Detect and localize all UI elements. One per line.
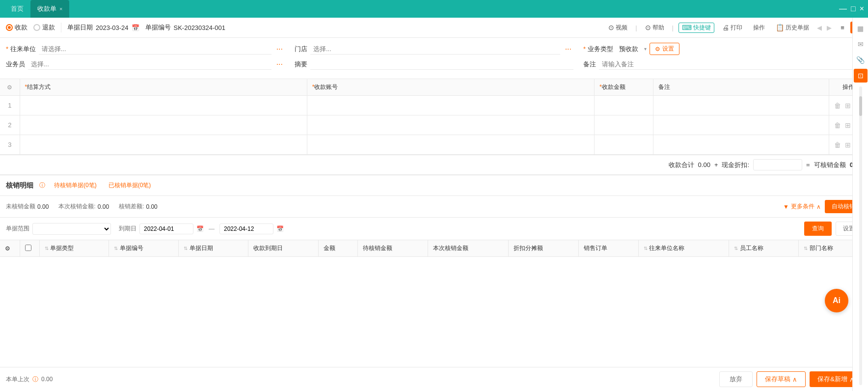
cell-amount-3[interactable] [595,135,653,155]
sidebar-email-icon[interactable]: ✉ [854,37,868,51]
staff-more-btn[interactable]: ··· [274,60,285,69]
minimize-button[interactable]: — [839,4,847,13]
cell-note-3[interactable] [653,135,829,155]
cell-settlement-3[interactable] [20,135,307,155]
delete-icon-1[interactable]: 🗑 [834,102,841,110]
summary-field: 摘要 [295,59,573,70]
close-button[interactable]: × [860,4,864,13]
history-label: 历史单据 [786,24,809,32]
th-bill-num: ⇅ 单据编号 [109,240,179,257]
list-view-btn[interactable]: ≡ [837,22,848,33]
tab-home[interactable]: 首页 [4,0,30,18]
cell-note-1[interactable] [653,96,829,115]
filter-row: 单据范围 到期日 📅 — 📅 查询 设置 [0,218,868,240]
note-input[interactable] [599,59,862,70]
copy-icon-2[interactable]: ⊞ [845,121,851,129]
verify-info-icon[interactable]: ⓘ [39,181,45,190]
counterpart-input[interactable] [39,44,271,55]
calendar-icon[interactable]: 📅 [132,24,139,31]
table-settings-th[interactable]: ⚙ [0,79,20,96]
th-gear[interactable]: ⚙ [0,240,20,257]
sidebar-attachment-icon[interactable]: 📎 [854,53,868,67]
copy-icon-1[interactable]: ⊞ [845,102,851,110]
more-conditions-btn[interactable]: ▼ 更多条件 ∧ [783,202,821,211]
unchecked-value: 0.00 [37,203,49,210]
due-date-from-input[interactable] [139,223,193,234]
done-tab[interactable]: 已核销单据(0笔) [106,180,154,191]
shop-more-btn[interactable]: ··· [563,45,573,54]
bill-date-field: 单据日期 2023-03-24 📅 [67,23,139,32]
note-field: 备注 [583,59,862,70]
cell-settlement-2[interactable] [20,115,307,135]
counterpart-more-btn[interactable]: ··· [274,45,285,54]
print-btn[interactable]: 🖨 打印 [719,23,745,33]
shop-input[interactable] [310,44,560,55]
info-icon[interactable]: ⓘ [32,375,38,384]
discard-btn[interactable]: 放弃 [719,371,753,387]
help-btn[interactable]: ⊙ 帮助 [642,23,667,33]
delete-icon-3[interactable]: 🗑 [834,141,841,149]
query-btn[interactable]: 查询 [804,222,832,236]
copy-icon-3[interactable]: ⊞ [845,141,851,149]
discount-input[interactable] [753,159,802,170]
calendar-to-icon[interactable]: 📅 [276,225,284,232]
radio-receipt[interactable]: 收款 [6,23,27,32]
cell-account-1[interactable] [307,96,594,115]
row-num-2: 2 [0,115,20,135]
sidebar-table-icon[interactable]: ▦ [854,22,868,35]
operation-btn[interactable]: 操作 [750,23,768,33]
radio-receipt-circle [6,24,13,31]
scrollbar-thumb [859,96,862,116]
settings-btn[interactable]: ⚙ 设置 [650,43,679,55]
bill-range-select[interactable] [32,223,111,235]
row-num-1: 1 [0,96,20,115]
receipt-table-area: ⚙ *结算方式 *收款账号 *收款金额 备注 操作 [0,79,868,155]
select-all-checkbox[interactable] [25,245,31,251]
cell-note-2[interactable] [653,115,829,135]
history-btn[interactable]: 📋 历史单据 [773,23,812,33]
maximize-button[interactable]: □ [851,4,856,13]
cell-amount-1[interactable] [595,96,653,115]
video-btn[interactable]: ⊙ 视频 [605,23,630,33]
th-note: 备注 [653,79,829,96]
staff-input[interactable] [28,59,271,70]
shop-label: 门店 [295,45,307,54]
due-date-label: 到期日 [119,224,136,233]
operation-label: 操作 [753,24,765,32]
th-pending-amount: 待核销金额 [357,240,428,257]
sidebar-capture-icon[interactable]: ⊡ [854,69,868,83]
ai-badge[interactable]: Ai [825,289,848,312]
draft-btn[interactable]: 保存草稿 ∧ [757,371,806,387]
window-controls: — □ × [839,4,864,13]
verify-header: 核销明细 ⓘ 待核销单据(0笔) 已核销单据(0笔) [0,175,868,196]
pending-tab[interactable]: 待核销单据(0笔) [51,180,100,191]
verify-stats: 未核销金额 0.00 本次核销金额: 0.00 核销差额: 0.00 ▼ 更多条… [0,196,868,218]
cell-account-2[interactable] [307,115,594,135]
calendar-from-icon[interactable]: 📅 [196,225,204,232]
cell-amount-2[interactable] [595,115,653,135]
counterpart-label: 往来单位 [6,45,36,54]
cell-settlement-1[interactable] [20,96,307,115]
cell-account-3[interactable] [307,135,594,155]
bill-date-value: 2023-03-24 [96,24,129,31]
verify-table: ⚙ ⇅ 单据类型 ⇅ 单据编号 ⇅ 单据日期 收款到期日 金额 [0,240,868,257]
tab-receipt[interactable]: 收款单 × [30,0,69,18]
shortcut-label: 快捷键 [693,24,711,32]
delete-icon-2[interactable]: 🗑 [834,121,841,129]
table-row: 1 🗑 ⊞ [0,96,868,115]
due-date-to-input[interactable] [219,223,273,234]
shortcut-btn[interactable]: ⌨ 快捷键 [678,23,714,33]
th-settlement: *结算方式 [20,79,307,96]
verify-section: 核销明细 ⓘ 待核销单据(0笔) 已核销单据(0笔) 未核销金额 0.00 本次… [0,175,868,367]
tab-receipt-close[interactable]: × [59,6,62,12]
summary-input[interactable] [310,59,573,70]
th-counterpart: ⇅ 往来单位名称 [639,240,729,257]
biz-type-dropdown[interactable]: ▾ [644,46,647,52]
th-bill-date: ⇅ 单据日期 [179,240,248,257]
th-checkbox[interactable] [20,240,39,257]
video-label: 视频 [616,24,627,32]
scrollbar-track [859,86,862,385]
bill-info-value: 0.00 [41,376,53,383]
th-amount: 金额 [319,240,357,257]
radio-refund[interactable]: 退款 [33,23,55,32]
